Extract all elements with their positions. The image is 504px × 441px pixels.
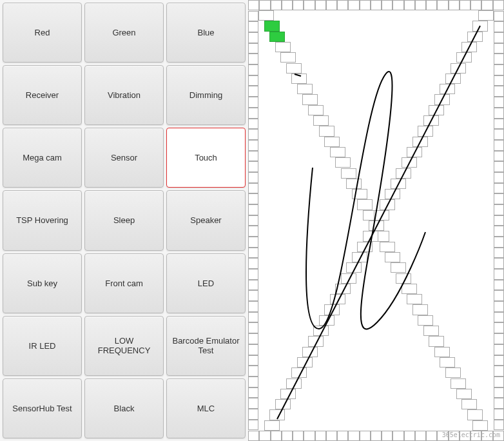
touch-button[interactable]: Touch: [166, 128, 246, 188]
grid-cell[interactable]: [407, 294, 422, 304]
dimming-button[interactable]: Dimming: [166, 65, 246, 125]
grid-cell[interactable]: [346, 179, 362, 189]
grid-cell[interactable]: [494, 322, 504, 333]
grid-cell[interactable]: [494, 32, 504, 43]
grid-cell[interactable]: [248, 280, 258, 291]
grid-cell[interactable]: [423, 115, 439, 126]
grid-cell[interactable]: [396, 273, 411, 284]
grid-cell[interactable]: [494, 11, 504, 22]
grid-cell[interactable]: [415, 0, 426, 10]
grid-cell[interactable]: [304, 431, 315, 441]
grid-cell[interactable]: [494, 355, 504, 366]
grid-cell[interactable]: [449, 0, 460, 10]
ir-led-button[interactable]: IR LED: [3, 316, 82, 376]
grid-cell[interactable]: [391, 262, 406, 273]
vibration-button[interactable]: Vibration: [84, 65, 164, 125]
grid-cell[interactable]: [248, 43, 258, 54]
blue-button[interactable]: Blue: [166, 3, 246, 63]
grid-cell[interactable]: [494, 366, 504, 377]
grid-cell[interactable]: [248, 269, 258, 280]
grid-cell[interactable]: [337, 431, 348, 441]
grid-cell[interactable]: [493, 0, 504, 10]
grid-cell[interactable]: [248, 129, 258, 140]
grid-cell[interactable]: [494, 269, 504, 280]
grid-cell[interactable]: [456, 52, 472, 63]
grid-cell[interactable]: [360, 0, 371, 10]
grid-cell[interactable]: [248, 333, 258, 344]
low-frequency-button[interactable]: LOW FREQUENCY: [84, 316, 164, 376]
grid-cell[interactable]: [494, 409, 504, 420]
grid-cell[interactable]: [293, 0, 304, 10]
grid-cell[interactable]: [494, 215, 504, 226]
grid-cell[interactable]: [248, 215, 258, 226]
grid-cell[interactable]: [494, 161, 504, 172]
grid-cell[interactable]: [248, 226, 258, 237]
grid-cell[interactable]: [291, 368, 307, 378]
grid-cell[interactable]: [297, 357, 313, 368]
grid-cell[interactable]: [385, 189, 400, 199]
grid-cell[interactable]: [393, 431, 403, 441]
grid-cell[interactable]: [494, 344, 504, 355]
grid-cell[interactable]: [248, 248, 258, 259]
grid-cell[interactable]: [352, 189, 367, 199]
grid-cell[interactable]: [437, 0, 448, 10]
grid-cell[interactable]: [494, 43, 504, 54]
grid-cell[interactable]: [393, 0, 403, 10]
grid-cell[interactable]: [248, 258, 258, 269]
grid-cell[interactable]: [445, 74, 461, 84]
grid-cell[interactable]: [415, 431, 426, 441]
grid-cell[interactable]: [248, 322, 258, 333]
grid-cell[interactable]: [319, 315, 334, 326]
grid-cell[interactable]: [248, 377, 258, 387]
grid-cell[interactable]: [248, 420, 258, 431]
grid-cell[interactable]: [275, 399, 291, 409]
grid-cell[interactable]: [451, 378, 466, 389]
grid-cell[interactable]: [341, 168, 356, 179]
grid-cell[interactable]: [313, 115, 329, 126]
grid-cell[interactable]: [315, 0, 326, 10]
grid-cell[interactable]: [470, 0, 481, 10]
grid-cell[interactable]: [315, 431, 326, 441]
led-button[interactable]: LED: [166, 253, 246, 313]
grid-cell[interactable]: [461, 42, 477, 52]
grid-cell[interactable]: [494, 75, 504, 86]
grid-cell[interactable]: [337, 0, 348, 10]
grid-cell[interactable]: [494, 97, 504, 108]
grid-cell[interactable]: [423, 326, 439, 336]
grid-cell[interactable]: [248, 86, 258, 97]
grid-cell[interactable]: [346, 262, 362, 273]
grid-cell[interactable]: [308, 336, 324, 346]
sub-key-button[interactable]: Sub key: [3, 253, 82, 313]
grid-cell[interactable]: [302, 94, 318, 104]
grid-cell[interactable]: [357, 199, 373, 210]
grid-cell[interactable]: [382, 431, 393, 441]
grid-cell[interactable]: [451, 63, 466, 74]
grid-cell[interactable]: [248, 409, 258, 420]
grid-cell[interactable]: [248, 0, 259, 10]
grid-cell[interactable]: [440, 357, 455, 368]
grid-cell[interactable]: [429, 105, 444, 115]
grid-cell[interactable]: [335, 157, 351, 168]
grid-cell[interactable]: [478, 10, 494, 21]
grid-cell[interactable]: [313, 326, 329, 336]
grid-cell[interactable]: [248, 54, 258, 64]
barcode-emulator-test-button[interactable]: Barcode Emulator Test: [166, 316, 246, 376]
grid-cell[interactable]: [494, 258, 504, 269]
grid-cell[interactable]: [326, 0, 337, 10]
grid-cell[interactable]: [456, 389, 472, 399]
grid-cell[interactable]: [248, 183, 258, 194]
grid-cell[interactable]: [248, 172, 258, 183]
grid-cell[interactable]: [404, 431, 415, 441]
grid-cell[interactable]: [494, 226, 504, 237]
grid-cell[interactable]: [440, 84, 455, 94]
grid-cell[interactable]: [481, 0, 492, 10]
grid-cell[interactable]: [494, 119, 504, 130]
grid-cell[interactable]: [293, 431, 304, 441]
grid-cell[interactable]: [494, 280, 504, 291]
grid-cell[interactable]: [248, 140, 258, 151]
grid-cell[interactable]: [330, 147, 345, 157]
grid-cell[interactable]: [472, 21, 488, 31]
grid-cell[interactable]: [248, 11, 258, 22]
grid-cell[interactable]: [324, 304, 340, 315]
grid-cell[interactable]: [396, 168, 411, 179]
